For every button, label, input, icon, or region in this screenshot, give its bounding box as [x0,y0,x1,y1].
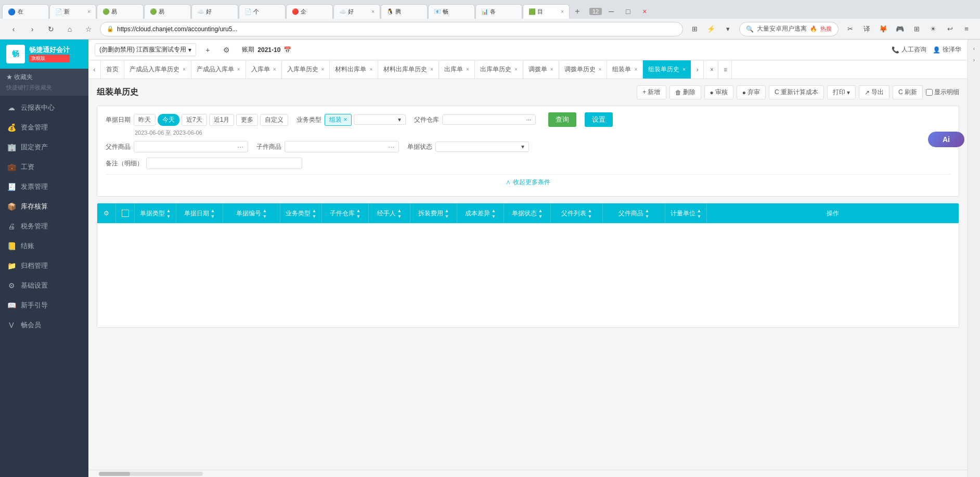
game-icon[interactable]: 🎮 [893,22,907,36]
calendar-icon[interactable]: 📅 [283,46,291,54]
nav-tab-next[interactable]: › [691,60,704,79]
browser-tab-8[interactable]: ☁️ 好 × [333,4,380,19]
th-status[interactable]: 单据状态 ▲▼ [504,203,551,223]
nav-tab-in[interactable]: 入库单 × [246,60,282,79]
nav-tab-prod-in-hist[interactable]: 产成品入库单历史 × [124,60,191,79]
url-bar[interactable]: 🔒 https://cloud.chanjet.com/accounting/u… [100,22,683,36]
recalculate-button[interactable]: C 重新计算成本 [769,85,824,99]
mat-out-close[interactable]: × [369,67,372,72]
sidebar-item-member[interactable]: V 畅会员 [0,315,88,335]
sidebar-item-assets[interactable]: 🏢 固定资产 [0,137,88,157]
th-check[interactable] [116,203,135,223]
lightning-icon[interactable]: ⚡ [704,22,718,36]
browser-tab-12[interactable]: 🟩 目 × [523,4,570,19]
sidebar-item-settle[interactable]: 📒 结账 [0,236,88,256]
dropdown-icon[interactable]: ▾ [720,22,735,36]
th-parent-list[interactable]: 父件列表 ▲▼ [551,203,603,223]
more-btn[interactable]: 更多 [236,114,258,126]
refresh-button-page[interactable]: C 刷新 [893,85,923,99]
nav-tab-transfer[interactable]: 调拨单 × [523,60,559,79]
out-close[interactable]: × [466,67,469,72]
theme-icon[interactable]: ☀ [926,22,940,36]
close-btn[interactable]: × [637,4,652,19]
show-detail-checkbox[interactable] [926,89,933,96]
sidebar-item-guide[interactable]: 📖 新手引导 [0,295,88,315]
nav-tab-mat-out[interactable]: 材料出库单 × [330,60,378,79]
browser-tab-5[interactable]: ☁️ 好 [191,4,238,19]
th-dismantle[interactable]: 拆装费用 ▲▼ [410,203,457,223]
query-button[interactable]: 查询 [548,112,576,127]
in-hist-close[interactable]: × [321,67,325,72]
search-box[interactable]: 🔍 大量安卓用户逃离 🔥 热搜 [739,22,839,36]
sidebar-item-finance[interactable]: 💰 资金管理 [0,118,88,137]
nav-tab-assemble-hist[interactable]: 组装单历史 × [643,60,691,79]
th-warehouse[interactable]: 子件仓库 ▲▼ [322,203,369,223]
tab-count[interactable]: 12 [589,8,602,15]
prod-in-close[interactable]: × [237,67,240,72]
abandon-button[interactable]: ● 弃审 [737,85,766,99]
close-tab-btn[interactable]: × [706,60,718,79]
custom-btn[interactable]: 自定义 [260,114,288,126]
maximize-btn[interactable]: □ [621,4,635,19]
delete-button[interactable]: 🗑 删除 [669,85,701,99]
month-btn[interactable]: 近1月 [209,114,235,126]
user-menu[interactable]: 👤 徐泽华 [933,45,961,54]
th-parent-item[interactable]: 父件商品 ▲▼ [603,203,665,223]
sidebar-item-settings[interactable]: ⚙ 基础设置 [0,276,88,295]
th-gear[interactable]: ⚙ [97,203,116,223]
company-selector[interactable]: (勿删勿禁用) 江西服宝测试专用 ▾ [95,43,196,56]
nav-tab-in-hist[interactable]: 入库单历史 × [282,60,330,79]
biz-type-tag-close[interactable]: × [343,116,347,123]
settings-button[interactable]: 设置 [585,112,613,127]
export-button[interactable]: ↗ 导出 [859,85,889,99]
th-number[interactable]: 单据编号 ▲▼ [223,203,280,223]
bookmark-button[interactable]: ☆ [81,22,96,36]
sidebar-item-reports[interactable]: ☁ 云报表中心 [0,98,88,118]
browser-tab-6[interactable]: 📄 个 [239,4,286,19]
consult-btn[interactable]: 📞 人工咨询 [892,45,926,54]
nav-tab-prod-in[interactable]: 产成品入库单 × [191,60,246,79]
browser-tab-4[interactable]: 🟢 易 [144,4,191,19]
transfer-close[interactable]: × [550,67,553,72]
company-settings-btn[interactable]: ⚙ [219,43,234,57]
back-button[interactable]: ‹ [6,22,21,36]
minimize-btn[interactable]: ─ [604,4,618,19]
new-button[interactable]: + 新增 [637,85,666,99]
nav-tab-home[interactable]: 首页 [101,60,124,79]
menu-icon[interactable]: ≡ [959,22,974,36]
in-close[interactable]: × [273,67,276,72]
assemble-close[interactable]: × [634,67,637,72]
nav-tab-out[interactable]: 出库单 × [439,60,475,79]
browser-tab-9[interactable]: 🐧 腾 [381,4,428,19]
th-type[interactable]: 单据类型 ▲▼ [135,203,176,223]
scissors-icon[interactable]: ✂ [843,22,857,36]
favorites-subtitle[interactable]: 快捷键打开收藏夹 [6,84,82,92]
browser-tab-1[interactable]: 🔵 在 [2,4,49,19]
yesterday-btn[interactable]: 昨天 [134,114,156,126]
print-button[interactable]: 打印 ▾ [827,85,856,99]
new-tab-button[interactable]: + [570,4,585,19]
right-panel-btn-2[interactable]: › [970,55,979,65]
apps-icon[interactable]: ⊞ [909,22,924,36]
order-status-select[interactable]: ▾ [435,141,529,152]
out-hist-close[interactable]: × [514,67,518,72]
th-unit[interactable]: 计量单位 ▲▼ [665,203,707,223]
nav-tab-assemble[interactable]: 组装单 × [607,60,643,79]
sidebar-item-archive[interactable]: 📁 归档管理 [0,256,88,276]
sidebar-item-tax[interactable]: 🖨 税务管理 [0,216,88,236]
scrollbar-thumb[interactable] [99,472,130,476]
th-biztype[interactable]: 业务类型 ▲▼ [280,203,322,223]
undo-icon[interactable]: ↩ [943,22,957,36]
nav-tab-mat-out-hist[interactable]: 材料出库单历史 × [378,60,439,79]
tab-menu-btn[interactable]: ≡ [719,60,732,79]
sidebar-item-invoice[interactable]: 🧾 发票管理 [0,177,88,197]
home-button[interactable]: ⌂ [62,22,77,36]
th-handler[interactable]: 经手人 ▲▼ [369,203,410,223]
translate-icon[interactable]: 译 [859,22,874,36]
refresh-button[interactable]: ↻ [44,22,58,36]
browser-tab-3[interactable]: 🟢 易 [97,4,144,19]
grid-icon[interactable]: ⊞ [687,22,702,36]
nav-tab-prev[interactable]: ‹ [88,60,101,79]
forward-button[interactable]: › [25,22,40,36]
assemble-hist-close[interactable]: × [682,67,686,72]
